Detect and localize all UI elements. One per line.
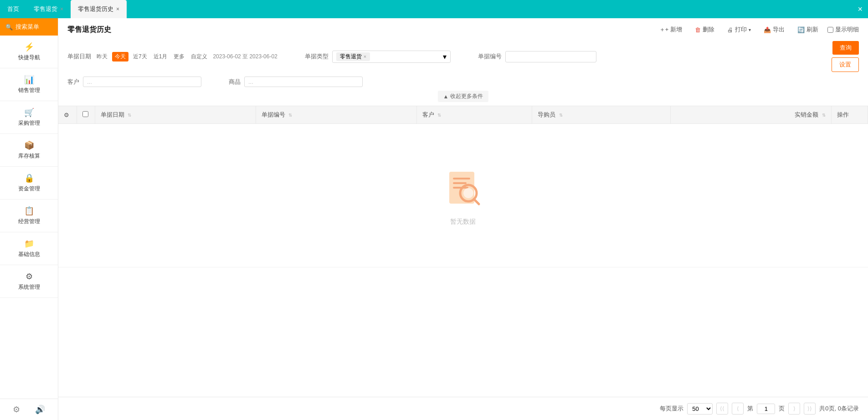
sidebar-search-label: 搜索菜单 bbox=[15, 23, 39, 31]
tab-home-label: 首页 bbox=[7, 5, 19, 13]
tab-retail-return-history[interactable]: 零售退货历史 × bbox=[71, 0, 127, 18]
sidebar-item-sales-mgmt[interactable]: 📊 销售管理 bbox=[0, 68, 58, 101]
capital-icon: 🔒 bbox=[24, 173, 34, 183]
date-options: 昨天 今天 近7天 近1月 更多 自定义 bbox=[95, 52, 209, 61]
first-page-button[interactable]: ⟨⟨ bbox=[716, 403, 728, 415]
date-today[interactable]: 今天 bbox=[112, 52, 128, 61]
goods-input-group[interactable]: ... bbox=[244, 77, 363, 87]
th-settings[interactable]: ⚙ bbox=[58, 106, 77, 124]
filter-row-2: 客户 ... 商品 ... bbox=[67, 77, 859, 87]
doctype-tag-close[interactable]: × bbox=[364, 54, 366, 59]
th-checkbox[interactable] bbox=[77, 106, 95, 124]
sidebar-search[interactable]: 🔍 搜索菜单 bbox=[0, 18, 58, 36]
collapse-row: ▲ 收起更多条件 bbox=[67, 89, 859, 106]
print-icon: 🖨 bbox=[727, 26, 733, 33]
tab-retail-return[interactable]: 零售退货 × bbox=[26, 0, 71, 18]
export-button[interactable]: 📤 导出 bbox=[760, 24, 788, 36]
last-page-button[interactable]: ⟩⟩ bbox=[804, 403, 816, 415]
table-container: ⚙ 单据日期 ⇅ 单据编号 ⇅ bbox=[58, 106, 868, 397]
sidebar-item-system-mgmt[interactable]: ⚙ 系统管理 bbox=[0, 265, 58, 298]
show-detail-checkbox[interactable]: 显示明细 bbox=[827, 26, 859, 34]
empty-state-cell: 暂无数据 bbox=[58, 124, 868, 267]
print-button[interactable]: 🖨 打印 ▾ bbox=[724, 24, 755, 36]
filter-doctype-group: 单据类型 零售退货 × ▾ bbox=[305, 51, 451, 63]
customer-input-group[interactable]: ... bbox=[83, 77, 201, 87]
filter-section: 单据日期 昨天 今天 近7天 近1月 更多 自定义 2023-06-02 至 2… bbox=[67, 41, 859, 106]
sidebar: 🔍 搜索菜单 ⚡ 快捷导航 📊 销售管理 🛒 采购管理 📦 库存核算 🔒 资金管… bbox=[0, 18, 58, 420]
th-date-sort[interactable]: ⇅ bbox=[128, 113, 131, 118]
print-dropdown-icon: ▾ bbox=[749, 27, 751, 32]
window-close-button[interactable]: × bbox=[858, 5, 863, 13]
refresh-label: 刷新 bbox=[806, 26, 818, 34]
per-page-select[interactable]: 10 20 50 100 bbox=[687, 403, 713, 415]
page-header: 零售退货历史 ＋ + 新增 🗑 删除 🖨 打印 ▾ bbox=[58, 18, 868, 106]
quick-nav-icon: ⚡ bbox=[24, 42, 34, 52]
settings-bottom-icon[interactable]: ⚙ bbox=[13, 405, 20, 415]
prev-page-button[interactable]: ⟨ bbox=[732, 403, 744, 415]
empty-state: 暂无数据 bbox=[64, 128, 863, 262]
th-date-label: 单据日期 bbox=[101, 111, 124, 118]
print-label: 打印 bbox=[735, 26, 747, 34]
sidebar-item-basic-info[interactable]: 📁 基础信息 bbox=[0, 232, 58, 265]
doctype-label: 单据类型 bbox=[305, 52, 329, 61]
settings-icon[interactable]: ⚙ bbox=[64, 112, 69, 118]
tab-retail-return-history-close[interactable]: × bbox=[116, 6, 119, 12]
svg-point-5 bbox=[463, 188, 473, 198]
svg-rect-2 bbox=[453, 182, 467, 184]
sidebar-item-capital-mgmt[interactable]: 🔒 资金管理 bbox=[0, 167, 58, 200]
doctype-dropdown-icon[interactable]: ▾ bbox=[443, 52, 447, 61]
refresh-button[interactable]: 🔄 刷新 bbox=[794, 24, 822, 36]
date-range-display: 2023-06-02 至 2023-06-02 bbox=[213, 53, 277, 61]
filter-goods-group: 商品 ... bbox=[229, 77, 363, 87]
sidebar-item-basic-info-label: 基础信息 bbox=[18, 251, 40, 258]
date-1month[interactable]: 近1月 bbox=[152, 52, 169, 61]
table-body: 暂无数据 bbox=[58, 124, 868, 267]
new-icon: ＋ bbox=[659, 26, 665, 34]
query-button[interactable]: 查询 bbox=[832, 41, 859, 55]
tab-retail-return-close[interactable]: × bbox=[60, 6, 63, 12]
date-more[interactable]: 更多 bbox=[172, 52, 186, 61]
sidebar-item-purchase-mgmt[interactable]: 🛒 采购管理 bbox=[0, 101, 58, 134]
sidebar-item-operation-mgmt[interactable]: 📋 经营管理 bbox=[0, 200, 58, 232]
date-custom[interactable]: 自定义 bbox=[189, 52, 209, 61]
sidebar-item-sales-label: 销售管理 bbox=[18, 87, 40, 94]
tab-retail-return-history-label: 零售退货历史 bbox=[78, 5, 113, 13]
th-number: 单据编号 ⇅ bbox=[256, 106, 416, 124]
page-label: 第 bbox=[747, 405, 753, 413]
th-number-sort[interactable]: ⇅ bbox=[288, 113, 292, 118]
page-title: 零售退货历史 bbox=[67, 25, 111, 35]
new-button[interactable]: ＋ + 新增 bbox=[656, 24, 686, 36]
volume-icon[interactable]: 🔊 bbox=[35, 405, 45, 415]
date-7days[interactable]: 近7天 bbox=[131, 52, 149, 61]
sidebar-item-system-label: 系统管理 bbox=[18, 283, 40, 291]
per-page-label: 每页显示 bbox=[660, 405, 683, 413]
show-detail-label: 显示明细 bbox=[835, 26, 859, 34]
main-layout: 🔍 搜索菜单 ⚡ 快捷导航 📊 销售管理 🛒 采购管理 📦 库存核算 🔒 资金管… bbox=[0, 18, 868, 420]
sidebar-item-quick-nav[interactable]: ⚡ 快捷导航 bbox=[0, 36, 58, 68]
svg-line-6 bbox=[474, 199, 479, 204]
settings-button[interactable]: 设置 bbox=[832, 57, 859, 72]
next-page-button[interactable]: ⟩ bbox=[788, 403, 800, 415]
empty-state-row: 暂无数据 bbox=[58, 124, 868, 267]
tab-home[interactable]: 首页 bbox=[0, 0, 26, 18]
date-yesterday[interactable]: 昨天 bbox=[95, 52, 109, 61]
doctype-tag-group[interactable]: 零售退货 × ▾ bbox=[332, 51, 451, 63]
filter-customer-group: 客户 ... bbox=[67, 77, 201, 87]
data-table: ⚙ 单据日期 ⇅ 单据编号 ⇅ bbox=[58, 106, 868, 267]
sidebar-item-inventory[interactable]: 📦 库存核算 bbox=[0, 134, 58, 167]
th-amount-sort[interactable]: ⇅ bbox=[822, 113, 826, 118]
doctype-tag-text: 零售退货 bbox=[340, 53, 362, 61]
th-guide-sort[interactable]: ⇅ bbox=[559, 113, 563, 118]
new-label: + 新增 bbox=[665, 26, 682, 34]
page-unit: 页 bbox=[779, 405, 785, 413]
collapse-button[interactable]: ▲ 收起更多条件 bbox=[438, 91, 489, 102]
delete-button[interactable]: 🗑 删除 bbox=[691, 24, 718, 36]
th-customer-sort[interactable]: ⇅ bbox=[437, 113, 441, 118]
th-amount: 实销金额 ⇅ bbox=[670, 106, 831, 124]
page-input[interactable] bbox=[757, 404, 775, 414]
export-icon: 📤 bbox=[764, 26, 771, 33]
docnum-input[interactable] bbox=[505, 51, 596, 62]
show-detail-check[interactable] bbox=[827, 27, 833, 33]
sidebar-item-operation-label: 经营管理 bbox=[18, 218, 40, 225]
select-all-checkbox[interactable] bbox=[82, 111, 88, 117]
